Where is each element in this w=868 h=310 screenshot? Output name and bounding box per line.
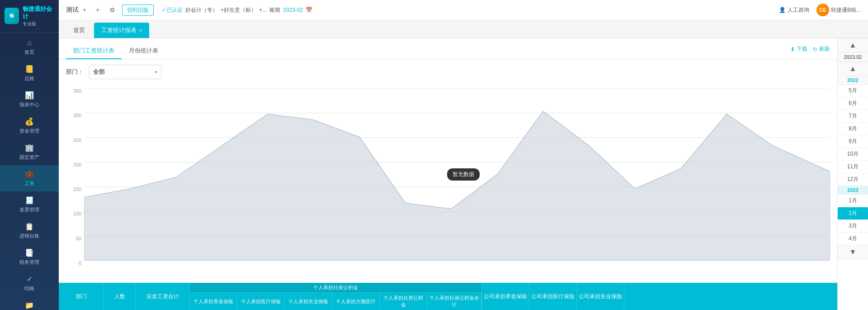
month-2023-4[interactable]: 4月 [838, 233, 868, 245]
th-personal-total: 个人承担社保公积金合计 [427, 293, 481, 310]
month-2022-5[interactable]: 5月 [838, 85, 868, 97]
right-panel-date-picker: ▲ 2023.02 ▲ 2022 5月 6月 7月 8月 9月 10月 11月 … [837, 38, 868, 310]
more-badge: +... [259, 7, 267, 13]
date-nav-up[interactable]: ▲ [838, 38, 868, 52]
chevron-down-icon: ▾ [155, 69, 157, 75]
asset-icon: 🏢 [25, 143, 34, 152]
th-personal-social-cells: 个人承担养老保险 个人承担医疗保险 个人承担失业保险 个人承担大额医疗 个人承担… [190, 293, 481, 310]
sidebar-nav: ⌂ 首页 📒 总账 📊 报表中心 💰 资金管理 🏢 固定资产 💼 工资 🧾 发票… [0, 33, 59, 310]
dept-filter-select[interactable]: 全部 ▾ [89, 65, 161, 79]
th-housing-fund: 个人承担住房公积金 [380, 293, 427, 310]
y-label-350: 350 [66, 88, 84, 94]
sidebar-item-checkout[interactable]: ✓ 结账 [0, 270, 59, 296]
month-2023-1[interactable]: 1月 [838, 195, 868, 207]
sidebar-item-salary[interactable]: 💼 工资 [0, 165, 59, 191]
th-personal-social-label: 个人承担社保公积金 [190, 283, 481, 293]
sub-tab-month[interactable]: 月份统计表 [122, 43, 165, 59]
sidebar-item-fund[interactable]: 💰 资金管理 [0, 113, 59, 139]
topbar-dropdown-arrow[interactable]: ▾ [83, 7, 86, 13]
y-label-150: 150 [66, 186, 84, 192]
sidebar-item-archive[interactable]: 📁 归档管理 [0, 296, 59, 310]
sub-tab-actions: ⬇ 下载 ↻ 刷新 [790, 45, 830, 57]
download-button[interactable]: ⬇ 下载 [790, 45, 807, 53]
month-2023-2[interactable]: 2月 [838, 207, 868, 220]
sidebar-item-ledger[interactable]: 📒 总账 [0, 60, 59, 86]
good-biz-badge: +好生意（标） [221, 6, 256, 14]
logo-icon: 畅 [5, 8, 19, 24]
switch-to-old-button[interactable]: 切到旧版 [122, 5, 154, 16]
th-should-pay: 应发工资合计 [136, 283, 190, 310]
year-2022-label: 2022 [838, 76, 868, 85]
month-2022-10[interactable]: 10月 [838, 148, 868, 161]
tab-home-label: 首页 [73, 26, 85, 34]
certified-badge: ✓已认证 [162, 6, 183, 14]
th-personal-social-group: 个人承担社保公积金 个人承担养老保险 个人承担医疗保险 个人承担失业保险 个人承… [190, 283, 482, 310]
month-2022-6[interactable]: 6月 [838, 97, 868, 110]
brand-sub: 专业版 [23, 21, 54, 27]
tab-close-icon[interactable]: × [139, 28, 142, 33]
help-button[interactable]: 👤 人工咨询 [779, 6, 809, 14]
sidebar-label-asset: 固定资产 [19, 154, 39, 161]
user-name: 轻捷通B组... [831, 6, 861, 14]
main-panel: 部门工资统计表 月份统计表 ⬇ 下载 ↻ 刷新 部门： 全部 [59, 38, 837, 310]
refresh-button[interactable]: ↻ 刷新 [813, 45, 830, 53]
y-label-300: 300 [66, 113, 84, 118]
fund-icon: 💰 [25, 117, 34, 126]
logo-text: 畅捷通好会计 专业版 [23, 5, 54, 27]
svg-marker-8 [84, 111, 830, 261]
month-2022-12[interactable]: 12月 [838, 173, 868, 186]
period-label: 账期 [269, 6, 280, 14]
sidebar-item-asset[interactable]: 🏢 固定资产 [0, 139, 59, 165]
tax-icon: 📑 [25, 248, 34, 257]
sidebar-item-tax[interactable]: 📑 税务管理 [0, 244, 59, 270]
tab-home[interactable]: 首页 [66, 23, 92, 38]
sidebar-item-invoice[interactable]: 🧾 发票管理 [0, 191, 59, 218]
home-icon: ⌂ [27, 39, 32, 47]
th-company-unemployment: 公司承担失业保险 [577, 283, 624, 310]
dept-filter-label: 部门： [66, 68, 84, 76]
month-2022-8[interactable]: 8月 [838, 123, 868, 135]
date-nav-down[interactable]: ▼ [838, 245, 868, 259]
month-2023-3[interactable]: 3月 [838, 220, 868, 233]
sidebar-label-report: 报表中心 [19, 101, 39, 108]
sidebar: 畅 畅捷通好会计 专业版 ⌂ 首页 📒 总账 📊 报表中心 💰 资金管理 🏢 固… [0, 0, 59, 310]
month-2022-7[interactable]: 7月 [838, 110, 868, 123]
topbar-badges: ✓已认证 好会计（专） +好生意（标） +... 账期 2023-02 📅 [162, 6, 312, 14]
topbar: 测试 ▾ ＋ ⚙ 切到旧版 ✓已认证 好会计（专） +好生意（标） +... 账… [59, 0, 868, 20]
good-accounting-badge: 好会计（专） [185, 6, 218, 14]
avatar: CE [816, 4, 829, 16]
help-icon: 👤 [779, 7, 786, 13]
y-label-0: 0 [66, 260, 84, 266]
sidebar-item-home[interactable]: ⌂ 首页 [0, 34, 59, 60]
filter-bar: 部门： 全部 ▾ [59, 59, 837, 85]
logo-area: 畅 畅捷通好会计 专业版 [0, 0, 59, 33]
th-dept: 部门 [59, 283, 104, 310]
archive-icon: 📁 [25, 301, 34, 310]
year-2023-label: 2023 [838, 186, 868, 195]
user-area[interactable]: CE 轻捷通B组... [816, 4, 861, 16]
y-label-50: 50 [66, 236, 84, 241]
chart-area: 0 50 100 150 200 250 300 350 [59, 85, 837, 283]
tab-salary-label: 工资统计报表 [101, 26, 137, 34]
th-serious-illness: 个人承担大额医疗 [332, 293, 380, 310]
tab-salary-report[interactable]: 工资统计报表 × [94, 23, 149, 38]
date-display[interactable]: 2023.02 [838, 52, 868, 62]
topbar-settings-icon[interactable]: ⚙ [107, 5, 118, 15]
invoice-icon: 🧾 [25, 196, 34, 205]
sub-tab-dept[interactable]: 部门工资统计表 [66, 43, 122, 59]
sidebar-label-sales: 进销台账 [19, 233, 39, 239]
month-2022-9[interactable]: 9月 [838, 135, 868, 148]
tabbar: 首页 工资统计报表 × [59, 20, 868, 38]
sidebar-label-tax: 税务管理 [19, 259, 39, 266]
th-pension: 个人承担养老保险 [190, 293, 237, 310]
sidebar-label-home: 首页 [24, 49, 34, 56]
calendar-icon[interactable]: 📅 [306, 7, 312, 13]
month-2022-11[interactable]: 11月 [838, 161, 868, 173]
sidebar-item-sales[interactable]: 📋 进销台账 [0, 218, 59, 244]
sidebar-item-report[interactable]: 📊 报表中心 [0, 86, 59, 113]
download-icon: ⬇ [790, 46, 795, 52]
topbar-add-icon[interactable]: ＋ [92, 5, 103, 15]
checkout-icon: ✓ [27, 275, 33, 283]
ledger-icon: 📒 [25, 65, 34, 73]
date-nav-up2[interactable]: ▲ [838, 62, 868, 76]
